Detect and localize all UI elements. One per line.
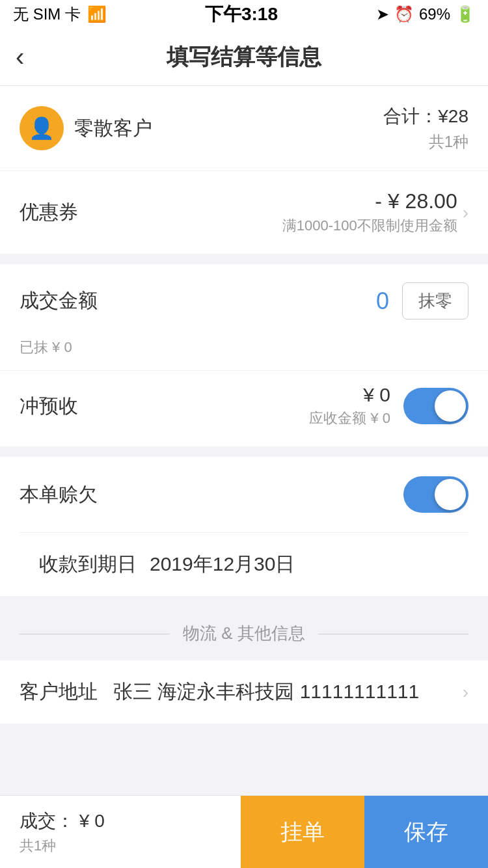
- logistics-section-label: 物流 & 其他信息: [170, 622, 318, 645]
- address-label: 客户地址: [20, 679, 98, 705]
- precollect-toggle[interactable]: [403, 388, 468, 424]
- bottom-deal-label: 成交： ¥ 0: [20, 809, 221, 834]
- save-button[interactable]: 保存: [364, 796, 488, 869]
- precollect-row: 冲预收 ¥ 0 应收金额 ¥ 0: [0, 370, 488, 446]
- due-date-value: 2019年12月30日: [150, 551, 295, 578]
- customer-row: 👤 零散客户 合计：¥28 共1种: [0, 86, 488, 170]
- debit-section: 本单赊欠 收款到期日 2019年12月30日: [0, 457, 488, 596]
- address-chevron-icon: ›: [463, 682, 468, 703]
- deal-amount-right: 0 抹零: [376, 282, 468, 319]
- due-date-label: 收款到期日: [39, 551, 137, 578]
- battery-label: 69%: [419, 5, 450, 23]
- customer-right: 合计：¥28 共1种: [383, 104, 468, 152]
- precollect-right: ¥ 0 应收金额 ¥ 0: [309, 384, 468, 428]
- customer-name: 零散客户: [74, 115, 152, 142]
- coupon-label: 优惠券: [20, 199, 78, 226]
- page-title: 填写结算等信息: [167, 42, 321, 72]
- debit-toggle-knob: [435, 479, 466, 510]
- avatar-icon: 👤: [29, 116, 55, 141]
- status-left: 无 SIM 卡 📶: [13, 4, 107, 25]
- alarm-icon: ⏰: [394, 5, 414, 23]
- address-value: 张三 海淀永丰科技园 11111111111: [113, 679, 463, 705]
- status-right: ➤ ⏰ 69% 🔋: [376, 5, 475, 23]
- address-row[interactable]: 客户地址 张三 海淀永丰科技园 11111111111 ›: [0, 660, 488, 724]
- status-time: 下午3:18: [205, 2, 278, 27]
- logistics-header: 物流 & 其他信息: [0, 606, 488, 660]
- precollect-amount: ¥ 0: [309, 384, 390, 406]
- coupon-info: - ¥ 28.00 满1000-100不限制使用金额: [282, 189, 457, 236]
- total-count: 共1种: [383, 131, 468, 152]
- due-date-row: 收款到期日 2019年12月30日: [20, 532, 468, 596]
- deal-amount-label: 成交金额: [20, 288, 98, 314]
- coupon-description: 满1000-100不限制使用金额: [282, 216, 457, 236]
- precollect-info: ¥ 0 应收金额 ¥ 0: [309, 384, 390, 428]
- location-icon: ➤: [376, 5, 389, 23]
- bottom-count-label: 共1种: [20, 836, 221, 856]
- total-amount: 合计：¥28: [383, 104, 468, 129]
- deal-amount-section: 成交金额 0 抹零 已抹 ¥ 0 冲预收 ¥ 0 应收金额 ¥ 0: [0, 264, 488, 446]
- customer-left: 👤 零散客户: [20, 106, 152, 150]
- nav-bar: ‹ 填写结算等信息: [0, 29, 488, 86]
- avatar: 👤: [20, 106, 64, 150]
- bottom-left: 成交： ¥ 0 共1种: [0, 809, 241, 856]
- customer-section: 👤 零散客户 合计：¥28 共1种 优惠券 - ¥ 28.00 满1000-10…: [0, 86, 488, 254]
- debit-label: 本单赊欠: [20, 481, 98, 508]
- wifi-icon: 📶: [87, 5, 107, 23]
- battery-icon: 🔋: [455, 5, 475, 23]
- deal-amount-row: 成交金额 0 抹零: [0, 264, 488, 338]
- precollect-sub: 应收金额 ¥ 0: [309, 409, 390, 428]
- status-bar: 无 SIM 卡 📶 下午3:18 ➤ ⏰ 69% 🔋: [0, 0, 488, 29]
- hold-button[interactable]: 挂单: [241, 796, 364, 869]
- back-button[interactable]: ‹: [16, 42, 24, 72]
- deal-amount-sub: 已抹 ¥ 0: [0, 338, 488, 370]
- deal-amount-value[interactable]: 0: [376, 288, 389, 315]
- coupon-row[interactable]: 优惠券 - ¥ 28.00 满1000-100不限制使用金额 ›: [0, 170, 488, 254]
- debit-row: 本单赊欠: [20, 457, 468, 532]
- precollect-label: 冲预收: [20, 393, 78, 420]
- coupon-discount: - ¥ 28.00: [282, 189, 457, 213]
- debit-toggle[interactable]: [403, 476, 468, 513]
- bottom-bar: 成交： ¥ 0 共1种 挂单 保存: [0, 795, 488, 868]
- round-zero-button[interactable]: 抹零: [402, 282, 468, 319]
- toggle-knob: [435, 390, 466, 422]
- coupon-right: - ¥ 28.00 满1000-100不限制使用金额 ›: [282, 189, 468, 236]
- sim-label: 无 SIM 卡: [13, 4, 81, 25]
- address-section: 客户地址 张三 海淀永丰科技园 11111111111 ›: [0, 660, 488, 724]
- chevron-right-icon: ›: [463, 202, 468, 223]
